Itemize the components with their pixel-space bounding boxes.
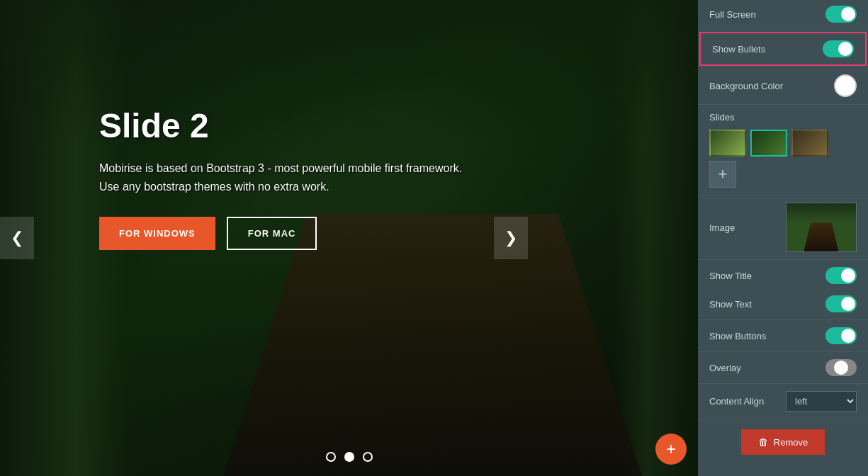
remove-label: Remove [774, 437, 808, 448]
slides-section: Slides + [698, 105, 868, 196]
slides-thumbnails: + [709, 130, 857, 188]
image-preview[interactable] [786, 203, 857, 252]
next-chevron-icon: ❯ [505, 229, 517, 247]
image-preview-inner [787, 203, 856, 251]
overlay-toggle[interactable] [825, 359, 857, 376]
overlay-label: Overlay [709, 363, 741, 373]
show-title-toggle-slider [825, 267, 857, 284]
remove-section: 🗑 Remove [698, 429, 868, 455]
show-bullets-row: Show Bullets [699, 32, 867, 66]
slide-dot-1[interactable] [326, 452, 336, 462]
show-text-label: Show Text [709, 299, 752, 310]
show-text-toggle[interactable] [825, 295, 857, 312]
slide-thumb-3[interactable] [791, 130, 828, 157]
show-text-toggle-slider [825, 295, 857, 312]
prev-arrow-button[interactable]: ❮ [0, 217, 34, 259]
prev-chevron-icon: ❮ [11, 229, 23, 247]
windows-button[interactable]: FOR WINDOWS [99, 217, 215, 250]
content-align-select[interactable]: left center right [786, 391, 857, 412]
slide-dots [326, 452, 373, 462]
show-title-label: Show Title [709, 271, 752, 281]
trash-icon: 🗑 [758, 436, 768, 448]
settings-panel: Full Screen Show Bullets Background Colo… [698, 0, 868, 476]
show-bullets-toggle[interactable] [823, 40, 854, 57]
remove-button[interactable]: 🗑 Remove [741, 429, 825, 455]
slide-thumb-2[interactable] [750, 130, 787, 157]
slider-area: Slide 2 Mobirise is based on Bootstrap 3… [0, 0, 698, 476]
show-text-row: Show Text [698, 288, 868, 320]
show-buttons-label: Show Buttons [709, 331, 766, 341]
show-buttons-row: Show Buttons [698, 320, 868, 352]
slide-thumb-1[interactable] [709, 130, 746, 157]
full-screen-toggle[interactable] [825, 6, 857, 23]
next-arrow-button[interactable]: ❯ [494, 217, 528, 259]
slide-text: Mobirise is based on Bootstrap 3 - most … [99, 159, 482, 196]
slide-title: Slide 2 [99, 106, 482, 145]
slides-label: Slides [709, 112, 857, 123]
mac-button[interactable]: FOR MAC [227, 217, 317, 250]
full-screen-label: Full Screen [709, 9, 756, 20]
content-align-label: Content Align [709, 396, 764, 407]
slide-dot-3[interactable] [363, 452, 373, 462]
show-bullets-toggle-slider [823, 40, 854, 57]
add-slide-button[interactable]: + [709, 161, 736, 188]
show-buttons-toggle[interactable] [825, 327, 857, 344]
slide-dot-2[interactable] [344, 452, 354, 462]
image-path-simulation [804, 222, 839, 251]
show-buttons-toggle-slider [825, 327, 857, 344]
overlay-toggle-slider [825, 359, 857, 376]
overlay-row: Overlay [698, 352, 868, 384]
show-title-row: Show Title [698, 260, 868, 288]
background-color-label: Background Color [709, 81, 783, 91]
slide-content: Slide 2 Mobirise is based on Bootstrap 3… [99, 106, 482, 250]
fab-add-button[interactable]: + [655, 434, 687, 465]
background-color-row: Background Color [698, 67, 868, 105]
background-color-swatch[interactable] [834, 74, 857, 97]
slide-buttons: FOR WINDOWS FOR MAC [99, 217, 482, 250]
image-section: Image [698, 196, 868, 260]
content-align-row: Content Align left center right [698, 384, 868, 419]
image-label: Image [709, 222, 735, 233]
full-screen-toggle-slider [825, 6, 857, 23]
plus-icon: + [666, 439, 676, 459]
show-bullets-label: Show Bullets [712, 44, 765, 55]
show-title-toggle[interactable] [825, 267, 857, 284]
full-screen-row: Full Screen [698, 0, 868, 30]
